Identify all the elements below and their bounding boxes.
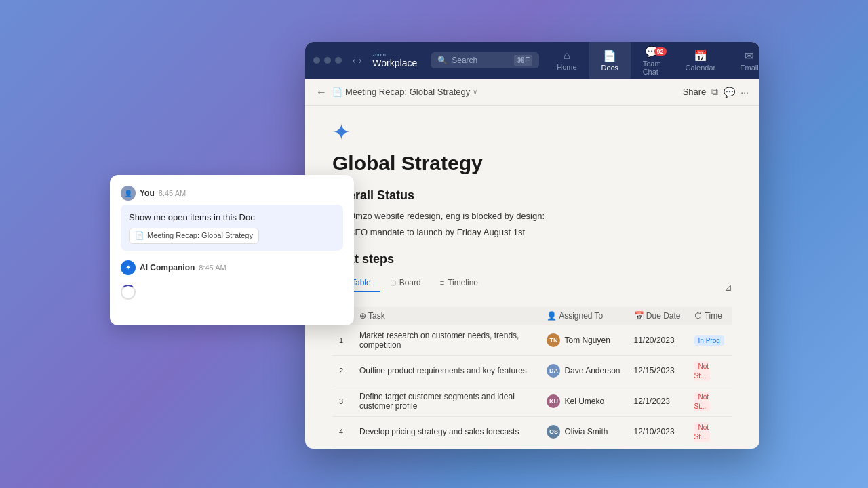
tab-team-chat-label: Team Chat [643, 60, 661, 76]
row-num: 4 [332, 417, 353, 447]
assignee-name: Dave Anderson [564, 366, 620, 375]
doc-ref-text: Meeting Recap: Global Strategy [147, 230, 253, 241]
win-btn-maximize[interactable] [335, 57, 342, 64]
task-name: Develop pricing strategy and sales forec… [353, 417, 540, 447]
tab-calendar-label: Calendar [686, 64, 716, 72]
tab-home[interactable]: ⌂ Home [545, 42, 589, 79]
status-cell: Not St... [688, 386, 732, 417]
doc-toolbar: ← 📄 Meeting Recap: Global Strategy ∨ Sha… [305, 79, 760, 106]
ai-sender-name: AI Companion [140, 263, 195, 272]
ai-sender: ✦ AI Companion 8:45 AM [121, 260, 343, 275]
win-btn-minimize[interactable] [324, 57, 331, 64]
chat-panel: 👤 You 8:45 AM Show me open items in this… [110, 175, 354, 325]
user-chat-bubble: Show me open items in this Doc 📄 Meeting… [121, 205, 343, 251]
avatar: KU [547, 394, 560, 408]
avatar: OS [547, 425, 560, 439]
user-message: 👤 You 8:45 AM Show me open items in this… [121, 186, 343, 251]
bullet-item: CEO mandate to launch by Friday August 1… [349, 226, 732, 239]
more-options-button[interactable]: ··· [741, 87, 749, 98]
view-tabs: ⊞ Table ⊟ Board ≡ Timeline [332, 274, 724, 292]
search-bar[interactable]: 🔍 Search ⌘F [431, 52, 539, 68]
status-cell: In Prog [688, 325, 732, 356]
assignee-name: Tom Nguyen [564, 336, 610, 345]
zoom-brand: zoom Workplace [372, 52, 417, 69]
view-tab-timeline[interactable]: ≡ Timeline [431, 274, 488, 292]
assignee-name: Olivia Smith [564, 427, 608, 436]
ai-message: ✦ AI Companion 8:45 AM [121, 260, 343, 305]
search-placeholder: Search [452, 56, 477, 65]
doc-ref-icon: 📄 [135, 230, 144, 241]
overall-status-heading: Overall Status [332, 188, 732, 203]
add-row[interactable]: + [332, 447, 732, 449]
overall-status-list: Omzo website redesign, eng is blocked by… [332, 209, 732, 239]
timeline-icon: ≡ [440, 279, 444, 287]
status-badge: In Prog [694, 336, 724, 346]
nav-tabs: ⌂ Home 📄 Docs 💬 Team Chat 92 📅 Calendar … [545, 42, 760, 79]
tab-home-label: Home [557, 63, 576, 71]
filter-icon[interactable]: ⊿ [724, 282, 732, 293]
breadcrumb: 📄 Meeting Recap: Global Strategy ∨ [332, 87, 477, 97]
breadcrumb-text: Meeting Recap: Global Strategy [345, 87, 470, 97]
user-sender-name: You [140, 188, 155, 198]
status-badge: Not St... [694, 392, 711, 411]
view-tab-table-label: Table [351, 278, 371, 287]
doc-content: ✦ Global Strategy Overall Status Omzo we… [305, 106, 760, 449]
status-badge: Not St... [694, 422, 711, 442]
doc-file-icon: 📄 [332, 87, 342, 97]
due-date-cell: 11/20/2023 [627, 325, 688, 356]
toolbar-actions: Share ⧉ 💬 ··· [683, 86, 749, 98]
search-icon: 🔍 [437, 56, 448, 65]
win-btn-close[interactable] [313, 57, 320, 64]
nav-arrows: ‹ › [353, 55, 361, 66]
status-cell: Not St... [688, 356, 732, 386]
board-icon: ⊟ [390, 279, 396, 287]
breadcrumb-chevron-icon: ∨ [473, 88, 477, 96]
back-arrow-icon[interactable]: ‹ [353, 55, 356, 66]
docs-icon: 📄 [603, 49, 616, 62]
col-header-task: ⊕ Task [353, 307, 540, 325]
add-row-cell[interactable]: + [332, 447, 732, 449]
tab-calendar[interactable]: 📅 Calendar [673, 42, 728, 79]
ai-sender-time: 8:45 AM [199, 264, 226, 272]
next-steps-heading: Next steps [332, 252, 732, 266]
assignee-cell: OS Olivia Smith [540, 417, 627, 447]
forward-arrow-icon[interactable]: › [359, 55, 362, 66]
avatar: DA [547, 364, 560, 378]
assignee-cell: TN Tom Nguyen [540, 325, 627, 356]
tab-docs[interactable]: 📄 Docs [589, 42, 631, 79]
tab-email-label: Email [740, 64, 759, 72]
team-chat-badge: 92 [654, 47, 667, 56]
bullet-item: Omzo website redesign, eng is blocked by… [349, 209, 732, 223]
present-button[interactable]: ⧉ [711, 86, 718, 98]
share-button[interactable]: Share [683, 87, 707, 97]
due-date-cell: 12/1/2023 [627, 386, 688, 417]
task-table: ⊕ ⊕ Task 👤 Assigned To 📅 Due Date ⏱ Time… [332, 307, 732, 449]
due-date-cell: 12/10/2023 [627, 417, 688, 447]
task-name: Market research on customer needs, trend… [353, 325, 540, 356]
comment-button[interactable]: 💬 [724, 87, 735, 98]
status-cell: Not St... [688, 417, 732, 447]
nav-bar: ‹ › zoom Workplace 🔍 Search ⌘F ⌂ Home 📄 … [305, 42, 760, 79]
ai-loading-indicator [121, 279, 343, 305]
view-tab-board[interactable]: ⊟ Board [380, 274, 431, 292]
user-avatar: 👤 [121, 186, 136, 201]
col-header-due-date: 📅 Due Date [627, 307, 688, 325]
row-num: 1 [332, 325, 353, 356]
view-tab-timeline-label: Timeline [448, 278, 478, 287]
table-row: 2 Outline product requirements and key f… [332, 356, 732, 386]
email-icon: ✉ [745, 49, 753, 62]
row-num: 2 [332, 356, 353, 386]
doc-back-button[interactable]: ← [316, 86, 327, 98]
tab-team-chat[interactable]: 💬 Team Chat 92 [631, 42, 673, 79]
tab-docs-label: Docs [601, 64, 618, 72]
doc-title: Global Strategy [332, 152, 732, 175]
window-controls [313, 57, 342, 64]
zoom-label: zoom [372, 52, 417, 58]
tab-email[interactable]: ✉ Email [728, 42, 760, 79]
task-name: Outline product requirements and key fea… [353, 356, 540, 386]
table-row: 1 Market research on customer needs, tre… [332, 325, 732, 356]
user-sender: 👤 You 8:45 AM [121, 186, 343, 201]
status-badge: Not St... [694, 361, 711, 381]
col-header-assigned: 👤 Assigned To [540, 307, 627, 325]
table-row: 3 Define target customer segments and id… [332, 386, 732, 417]
